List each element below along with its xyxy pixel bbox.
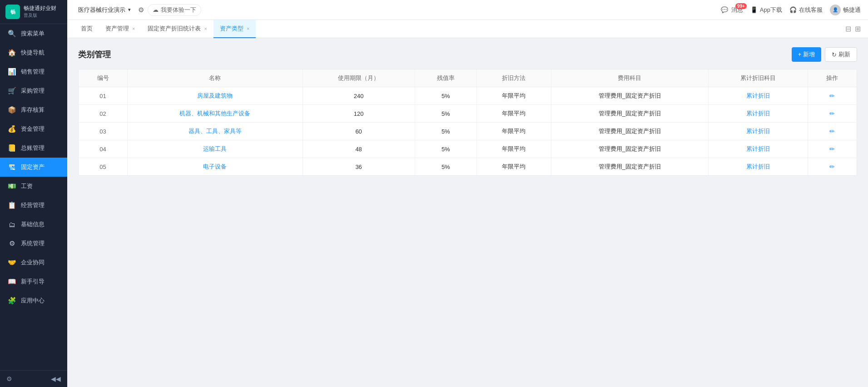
sidebar-item-apps[interactable]: 🧩 应用中心 xyxy=(0,291,67,310)
cell-code-4: 05 xyxy=(79,158,128,176)
tab-depreciation[interactable]: 固定资产折旧统计表 × xyxy=(141,20,213,38)
online-service-label: 在线客服 xyxy=(799,6,823,14)
cell-expense-3: 管理费用_固定资产折旧 xyxy=(551,140,708,158)
sidebar-item-system[interactable]: ⚙ 系统管理 xyxy=(0,234,67,253)
sidebar-item-ledger[interactable]: 📒 总账管理 xyxy=(0,139,67,158)
cell-period-3: 48 xyxy=(303,140,415,158)
cell-name-4[interactable]: 电子设备 xyxy=(128,158,303,176)
sidebar-label-collab: 企业协同 xyxy=(21,258,45,267)
sidebar-item-purchase[interactable]: 🛒 采购管理 xyxy=(0,81,67,100)
ledger-icon: 📒 xyxy=(7,144,16,152)
close-depreciation-icon[interactable]: × xyxy=(204,26,207,31)
cell-accum-1[interactable]: 累计折旧 xyxy=(708,105,808,123)
user-menu[interactable]: 👤 畅捷通 xyxy=(830,5,861,15)
online-service-btn[interactable]: 🎧 在线客服 xyxy=(789,6,823,14)
cell-accum-2[interactable]: 累计折旧 xyxy=(708,123,808,140)
sidebar-label-salary: 工资 xyxy=(21,182,33,190)
sales-icon: 📊 xyxy=(7,68,16,76)
col-action: 操作 xyxy=(808,69,857,87)
cell-residual-0: 5% xyxy=(415,87,476,105)
maximize-icon[interactable]: ⊞ xyxy=(855,25,861,33)
collab-icon: 🤝 xyxy=(7,258,16,267)
cell-name-3[interactable]: 运输工具 xyxy=(128,140,303,158)
app-download-btn[interactable]: 📱 App下载 xyxy=(750,6,782,14)
edit-icon-3[interactable]: ✏ xyxy=(829,145,835,153)
collapse-sidebar-icon[interactable]: ◀◀ xyxy=(51,375,61,382)
sidebar-item-collab[interactable]: 🤝 企业协同 xyxy=(0,253,67,272)
sidebar-item-inventory[interactable]: 📦 库存核算 xyxy=(0,100,67,119)
sidebar-item-capital[interactable]: 💰 资金管理 xyxy=(0,119,67,139)
edit-icon-1[interactable]: ✏ xyxy=(829,110,835,117)
tab-asset-type-label: 资产类型 xyxy=(220,25,243,33)
cell-action-3: ✏ xyxy=(808,140,857,158)
cell-name-2[interactable]: 器具、工具、家具等 xyxy=(128,123,303,140)
close-asset-type-icon[interactable]: × xyxy=(247,26,249,31)
table-row: 05 电子设备 36 5% 年限平均 管理费用_固定资产折旧 累计折旧 ✏ xyxy=(79,158,857,176)
sidebar-menu: 🔍 搜索菜单 🏠 快捷导航 📊 销售管理 🛒 采购管理 📦 库存核算 💰 资金管… xyxy=(0,24,67,370)
guide-icon: 📖 xyxy=(7,278,16,286)
sidebar-item-fixed[interactable]: 🏗 固定资产 xyxy=(0,158,67,177)
cell-period-2: 60 xyxy=(303,123,415,140)
sidebar-item-search[interactable]: 🔍 搜索菜单 xyxy=(0,24,67,43)
tab-asset-mgmt-label: 资产管理 xyxy=(105,25,129,33)
apps-icon: 🧩 xyxy=(7,297,16,305)
sidebar-item-sales[interactable]: 📊 销售管理 xyxy=(0,62,67,81)
cell-period-0: 240 xyxy=(303,87,415,105)
cell-accum-4[interactable]: 累计折旧 xyxy=(708,158,808,176)
sidebar-label-apps: 应用中心 xyxy=(21,297,45,305)
feedback-btn[interactable]: ☁ 我要体验一下 xyxy=(148,4,201,16)
col-period: 使用期限（月） xyxy=(303,69,415,87)
sidebar-item-quicknav[interactable]: 🏠 快捷导航 xyxy=(0,43,67,62)
edit-icon-2[interactable]: ✏ xyxy=(829,128,835,135)
tab-asset-mgmt[interactable]: 资产管理 × xyxy=(99,20,141,38)
basic-icon: 🗂 xyxy=(7,221,16,228)
sidebar-item-biz[interactable]: 📋 经营管理 xyxy=(0,196,67,215)
tab-depreciation-label: 固定资产折旧统计表 xyxy=(148,25,201,33)
col-residual: 残值率 xyxy=(415,69,476,87)
topbar-right: 💬 消息 99+ 📱 App下载 🎧 在线客服 👤 畅捷通 xyxy=(721,5,861,15)
tab-asset-type[interactable]: 资产类型 × xyxy=(213,20,256,38)
sidebar-label-capital: 资金管理 xyxy=(21,125,45,133)
cell-name-1[interactable]: 机器、机械和其他生产设备 xyxy=(128,105,303,123)
col-code: 编号 xyxy=(79,69,128,87)
sidebar-item-basic[interactable]: 🗂 基础信息 xyxy=(0,215,67,234)
cell-code-1: 02 xyxy=(79,105,128,123)
cell-accum-0[interactable]: 累计折旧 xyxy=(708,87,808,105)
cell-action-0: ✏ xyxy=(808,87,857,105)
main-area: 医疗器械行业演示 ▾ ⚙ ☁ 我要体验一下 💬 消息 99+ 📱 App下载 🎧… xyxy=(67,0,868,387)
sidebar-item-salary[interactable]: 💵 工资 xyxy=(0,177,67,196)
company-settings-icon[interactable]: ⚙ xyxy=(138,6,144,14)
new-btn[interactable]: + 新增 xyxy=(792,47,821,62)
cell-accum-3[interactable]: 累计折旧 xyxy=(708,140,808,158)
edit-icon-4[interactable]: ✏ xyxy=(829,163,835,170)
service-icon: 🎧 xyxy=(789,6,797,13)
avatar: 👤 xyxy=(830,5,841,15)
table-row: 04 运输工具 48 5% 年限平均 管理费用_固定资产折旧 累计折旧 ✏ xyxy=(79,140,857,158)
cell-method-2: 年限平均 xyxy=(476,123,551,140)
sidebar-item-guide[interactable]: 📖 新手引导 xyxy=(0,272,67,291)
messages-btn[interactable]: 💬 消息 99+ xyxy=(721,6,743,14)
settings-footer-icon[interactable]: ⚙ xyxy=(6,375,12,382)
sidebar-label-purchase: 采购管理 xyxy=(21,87,45,95)
col-expense: 费用科目 xyxy=(551,69,708,87)
refresh-btn[interactable]: ↻ 刷新 xyxy=(825,47,857,62)
page-content: 类别管理 + 新增 ↻ 刷新 编号 名称 使用期限（月） 残值率 折旧方法 xyxy=(67,38,868,387)
biz-icon: 📋 xyxy=(7,201,16,209)
cell-action-4: ✏ xyxy=(808,158,857,176)
purchase-icon: 🛒 xyxy=(7,87,16,95)
cell-action-2: ✏ xyxy=(808,123,857,140)
minimize-icon[interactable]: ⊟ xyxy=(845,25,851,33)
company-selector[interactable]: 医疗器械行业演示 ▾ xyxy=(74,4,134,16)
cell-name-0[interactable]: 房屋及建筑物 xyxy=(128,87,303,105)
tab-home[interactable]: 首页 xyxy=(74,20,99,38)
edit-icon-0[interactable]: ✏ xyxy=(829,92,835,99)
sidebar-label-ledger: 总账管理 xyxy=(21,144,45,152)
feedback-text: 我要体验一下 xyxy=(161,6,196,14)
page-actions: + 新增 ↻ 刷新 xyxy=(792,47,857,62)
cell-action-1: ✏ xyxy=(808,105,857,123)
close-asset-mgmt-icon[interactable]: × xyxy=(132,26,135,31)
table-row: 01 房屋及建筑物 240 5% 年限平均 管理费用_固定资产折旧 累计折旧 ✏ xyxy=(79,87,857,105)
category-table: 编号 名称 使用期限（月） 残值率 折旧方法 费用科目 累计折旧科目 操作 01… xyxy=(78,69,857,176)
feedback-cloud-icon: ☁ xyxy=(153,6,159,13)
sidebar-label-basic: 基础信息 xyxy=(21,220,45,228)
